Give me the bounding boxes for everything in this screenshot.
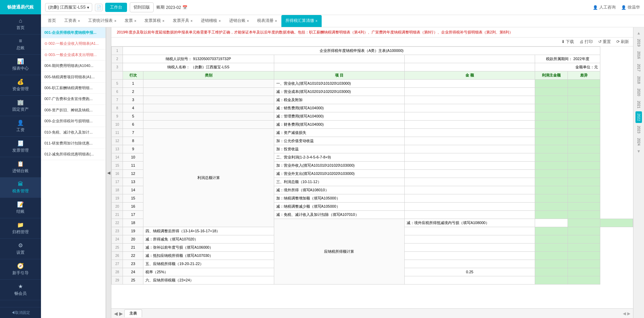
col-f-cell[interactable]	[568, 251, 600, 260]
col-e-cell[interactable]	[535, 145, 568, 153]
year-scroll-up[interactable]: ▲	[636, 30, 642, 36]
col-f-cell[interactable]	[568, 128, 600, 137]
col-d-cell[interactable]	[535, 219, 568, 227]
left-panel-item-009[interactable]: 009-企业所得税补亏损明细...	[41, 116, 106, 127]
col-d-cell[interactable]	[404, 112, 535, 120]
left-panel-item-005[interactable]: 005-纳税调整项目明细表(A1...	[41, 72, 106, 83]
year-2017[interactable]: 2017	[635, 62, 642, 73]
year-2022[interactable]: 2022	[635, 111, 642, 123]
col-f-cell[interactable]	[568, 120, 600, 128]
col-e-cell[interactable]	[535, 128, 568, 137]
year-2019[interactable]: 2019	[635, 37, 642, 49]
col-d-cell[interactable]	[404, 153, 535, 161]
col-d-cell[interactable]	[404, 137, 535, 145]
year-2020[interactable]: 2020	[635, 86, 642, 98]
scroll-left-icon[interactable]: ◀	[623, 311, 626, 316]
col-d-cell[interactable]	[404, 96, 535, 104]
col-e-cell[interactable]	[535, 243, 568, 251]
sidebar-item-home[interactable]: ⌂ 首页	[0, 14, 41, 34]
col-f-cell[interactable]	[568, 153, 600, 161]
col-e-cell[interactable]	[535, 260, 568, 268]
tab-close-icon[interactable]: ×	[134, 19, 136, 23]
col-e-cell[interactable]	[568, 219, 600, 227]
col-f-cell[interactable]	[568, 96, 600, 104]
tab-payroll-stats[interactable]: 工资统计报表 ×	[84, 15, 120, 27]
company-selector[interactable]: (勿删) 江西服宝-LSS ▾	[45, 3, 92, 12]
col-e-cell[interactable]	[535, 169, 568, 178]
tab-invoice-tax[interactable]: 发票算税 ×	[140, 15, 168, 27]
tab-close-icon[interactable]: ×	[191, 19, 193, 23]
left-panel-item-001[interactable]: 001-企业所得税年度纳税申报...	[41, 27, 106, 38]
col-f-cell[interactable]	[568, 235, 600, 243]
scroll-right-icon[interactable]: ▶	[627, 311, 630, 316]
collapse-panel-btn[interactable]: ◀	[106, 27, 111, 318]
sidebar-item-sales[interactable]: 📋 进销台账	[0, 157, 41, 178]
col-f-cell[interactable]	[568, 104, 600, 112]
year-2023[interactable]: 2023	[635, 124, 642, 135]
col-d-cell[interactable]	[404, 243, 535, 251]
col-d-cell[interactable]	[404, 178, 535, 186]
sidebar-item-assets[interactable]: 🏢 固定资产	[0, 96, 41, 116]
col-d-cell[interactable]	[404, 260, 535, 268]
col-e-cell[interactable]	[535, 161, 568, 169]
col-f-cell[interactable]	[568, 79, 600, 87]
sidebar-item-ledger[interactable]: ≡ 总账	[0, 34, 41, 55]
col-e-cell[interactable]	[535, 153, 568, 161]
sidebar-item-guide[interactable]: 🧭 新手引导	[0, 259, 41, 280]
col-e-cell[interactable]	[535, 235, 568, 243]
col-e-cell[interactable]	[535, 276, 568, 284]
left-panel-item-010[interactable]: 010-免税、减计收入及加计...	[41, 127, 106, 138]
col-f-cell[interactable]	[568, 194, 600, 202]
col-d-cell[interactable]	[404, 186, 535, 194]
col-f-cell[interactable]	[568, 87, 600, 96]
col-f-cell[interactable]	[568, 161, 600, 169]
col-d-cell[interactable]	[404, 202, 535, 210]
col-e-cell[interactable]	[535, 194, 568, 202]
tab-close-icon[interactable]: ×	[219, 19, 221, 23]
tab-close-icon[interactable]: ×	[78, 19, 80, 23]
year-2018[interactable]: 2018	[635, 74, 642, 86]
user-profile[interactable]: 👤 徐温华	[621, 4, 640, 10]
sidebar-item-closing[interactable]: 📝 结账	[0, 198, 41, 218]
col-e-cell[interactable]	[535, 227, 568, 235]
left-panel-item-007[interactable]: 007-广告费和业务宣传费跑...	[41, 94, 106, 105]
col-e-cell[interactable]	[535, 251, 568, 260]
calendar-icon[interactable]: 📅	[182, 5, 187, 10]
sidebar-item-invoices[interactable]: 🧾 发票管理	[0, 137, 41, 157]
left-panel-item-008[interactable]: 008-资产折旧、摊销及纳税...	[41, 105, 106, 116]
col-e-cell[interactable]	[535, 202, 568, 210]
col-d-cell[interactable]	[404, 210, 535, 219]
old-version-button[interactable]: 切到旧版	[130, 2, 154, 12]
col-d-cell[interactable]	[404, 251, 535, 260]
col-d-cell[interactable]	[404, 161, 535, 169]
sidebar-item-archive[interactable]: 📁 归档管理	[0, 218, 41, 239]
refresh-button[interactable]: ⟳ 刷新	[616, 39, 629, 45]
tab-purchase-ledger[interactable]: 进销台账 ×	[225, 15, 253, 27]
left-panel-item-011[interactable]: 011-研发费用加计扣除优惠...	[41, 138, 106, 149]
col-f-cell[interactable]	[568, 178, 600, 186]
tab-home[interactable]: 首页	[44, 15, 60, 27]
col-e-cell[interactable]	[535, 210, 568, 219]
collapse-sidebar-btn[interactable]: ◀取消固定	[0, 307, 41, 318]
sheet-tab-main[interactable]: 主表	[124, 309, 142, 317]
col-f-cell[interactable]	[568, 145, 600, 153]
col-f-cell[interactable]	[568, 169, 600, 178]
col-e-cell[interactable]	[535, 186, 568, 194]
col-d-cell[interactable]	[404, 276, 535, 284]
sidebar-item-tax[interactable]: 🏛 税务管理	[0, 178, 41, 198]
col-d-cell[interactable]	[404, 145, 535, 153]
col-d-cell[interactable]	[404, 194, 535, 202]
year-2024[interactable]: 2024	[635, 136, 642, 148]
download-button[interactable]: ⬇ 下载	[561, 39, 574, 45]
document-icon[interactable]: 📄	[95, 4, 102, 11]
col-f-cell[interactable]	[568, 112, 600, 120]
col-e-cell[interactable]	[535, 268, 568, 276]
col-d-cell[interactable]	[404, 169, 535, 178]
col-f-cell[interactable]	[568, 243, 600, 251]
col-f-cell[interactable]	[568, 137, 600, 145]
col-d-cell[interactable]	[404, 227, 535, 235]
col-e-cell[interactable]	[535, 96, 568, 104]
sidebar-item-payroll[interactable]: 👤 工资	[0, 116, 41, 137]
col-f-cell[interactable]	[568, 210, 600, 219]
sheet-nav-right[interactable]: ▶	[119, 311, 123, 316]
